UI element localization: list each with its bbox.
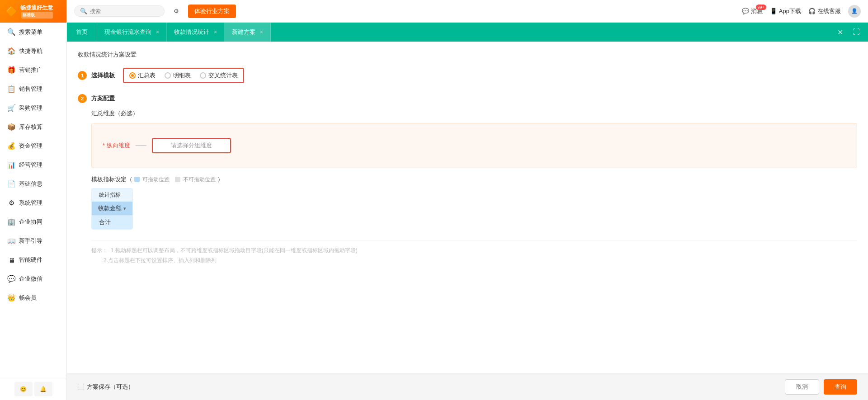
- hint-blue-dot: [134, 177, 140, 182]
- sidebar-item-purchase[interactable]: 🛒 采购管理: [0, 99, 66, 118]
- user-avatar[interactable]: 👤: [848, 5, 861, 18]
- notification-btn[interactable]: 💬 消息 99+: [742, 7, 763, 15]
- guide-icon: 📖: [7, 237, 15, 245]
- main-area: 🔍 ⚙ 体验行业方案 💬 消息 99+ 📱 App下载 🎧 在线客服 👤 首页: [67, 0, 868, 400]
- metrics-hints: 模板指标设定（ 可拖动位置 不可拖动位置 ）: [91, 175, 857, 184]
- tip2: 2.点击标题栏下拉可设置排序、插入列和删除列: [91, 256, 857, 266]
- save-plan-label: 方案保存（可选）: [87, 383, 134, 391]
- metrics-tag-dropdown-icon: ▾: [123, 206, 126, 212]
- home-icon: 🏠: [7, 47, 15, 55]
- step2-content: 汇总维度（必选） * 纵向维度 —— 请选择分组维度: [78, 109, 857, 265]
- tab-home-label: 首页: [76, 28, 88, 36]
- sidebar-item-management[interactable]: 📊 经营管理: [0, 155, 66, 174]
- radio-cross[interactable]: 交叉统计表: [200, 71, 238, 80]
- sidebar-item-finance[interactable]: 💰 资金管理: [0, 136, 66, 155]
- app-download-btn[interactable]: 📱 App下载: [770, 7, 801, 15]
- tab-newplan[interactable]: 新建方案 ×: [225, 23, 271, 42]
- step1-section: 1 选择模板 汇总表 明细表 交: [78, 68, 857, 83]
- online-service-btn[interactable]: 🎧 在线客服: [808, 7, 841, 15]
- sidebar-bottom-btn2[interactable]: 🔔: [34, 382, 52, 396]
- tab-receipt[interactable]: 收款情况统计 ×: [167, 23, 225, 42]
- sidebar-item-label: 采购管理: [19, 104, 42, 112]
- metrics-subtotal: 合计: [92, 216, 132, 229]
- hint-draggable-text: 可拖动位置: [142, 176, 170, 184]
- search-menu-icon: 🔍: [7, 28, 15, 36]
- footer: 方案保存（可选） 取消 查询: [67, 373, 868, 400]
- metrics-category-label: 统计指标: [99, 192, 121, 198]
- dimension-row: * 纵向维度 —— 请选择分组维度: [103, 138, 231, 153]
- sidebar-item-label: 库存核算: [19, 123, 42, 131]
- tabbar-actions: ✕ ⛶: [834, 26, 868, 38]
- sidebar-item-label: 基础信息: [19, 180, 42, 188]
- tab-newplan-label: 新建方案: [232, 28, 255, 36]
- radio-detail[interactable]: 明细表: [165, 71, 191, 80]
- dimension-select-btn[interactable]: 请选择分组维度: [152, 138, 231, 153]
- step1-number: 1: [78, 71, 87, 80]
- query-button[interactable]: 查询: [824, 379, 857, 395]
- industry-btn[interactable]: 体验行业方案: [188, 5, 236, 18]
- sidebar-item-member[interactable]: 👑 畅会员: [0, 288, 66, 307]
- sidebar-item-label: 快捷导航: [19, 47, 42, 55]
- sidebar-item-label: 智能硬件: [19, 256, 42, 264]
- logo-text: 畅捷通好生意: [20, 4, 53, 12]
- hint-draggable: 可拖动位置: [134, 176, 170, 184]
- radio-summary[interactable]: 汇总表: [129, 71, 156, 80]
- step1-title: 选择模板: [91, 71, 115, 80]
- sidebar-bottom-btn1[interactable]: 😊: [14, 382, 33, 396]
- radio-summary-dot: [129, 72, 136, 79]
- sidebar-item-basic[interactable]: 📄 基础信息: [0, 174, 66, 193]
- tab-close-btn[interactable]: ✕: [834, 26, 846, 38]
- sidebar-item-nav[interactable]: 🏠 快捷导航: [0, 42, 66, 61]
- content-area: 收款情况统计方案设置 1 选择模板 汇总表 明细表: [67, 42, 868, 373]
- purchase-icon: 🛒: [7, 104, 15, 112]
- sidebar-item-label: 经营管理: [19, 161, 42, 169]
- metrics-hint-close: ）: [217, 175, 223, 184]
- settings-icon[interactable]: ⚙: [170, 5, 183, 18]
- content-inner: 收款情况统计方案设置 1 选择模板 汇总表 明细表: [67, 42, 868, 373]
- sidebar-item-search[interactable]: 🔍 搜索菜单: [0, 23, 66, 42]
- step2-section: 2 方案配置 汇总维度（必选） * 纵向维度 —— 请选择分组维度: [78, 94, 857, 265]
- cancel-button[interactable]: 取消: [785, 379, 819, 395]
- sidebar-item-system[interactable]: ⚙ 系统管理: [0, 193, 66, 212]
- metrics-tag-amount[interactable]: 收款金额 ▾: [92, 202, 132, 216]
- footer-actions: 取消 查询: [785, 379, 857, 395]
- step2-header: 2 方案配置: [78, 94, 857, 103]
- edition-badge: 标准版: [21, 12, 53, 19]
- search-input[interactable]: [90, 8, 153, 14]
- tab-bank-close[interactable]: ×: [156, 29, 159, 35]
- sidebar-item-label: 畅会员: [19, 294, 37, 302]
- sidebar-item-hardware[interactable]: 🖥 智能硬件: [0, 250, 66, 269]
- tab-receipt-close[interactable]: ×: [214, 29, 217, 35]
- topbar-search-box[interactable]: 🔍: [74, 5, 165, 17]
- page-title: 收款情况统计方案设置: [78, 51, 857, 59]
- save-plan-checkbox[interactable]: [78, 384, 84, 390]
- sidebar-item-sales[interactable]: 📋 销售管理: [0, 80, 66, 99]
- dimension-row-label: * 纵向维度: [103, 141, 130, 150]
- member-icon: 👑: [7, 294, 15, 302]
- metrics-table: 统计指标 收款金额 ▾ 合计: [91, 188, 133, 230]
- sidebar-item-corp[interactable]: 🏢 企业协同: [0, 212, 66, 231]
- step1-header: 1 选择模板 汇总表 明细表 交: [78, 68, 857, 83]
- sidebar-item-marketing[interactable]: 🎁 营销推广: [0, 61, 66, 80]
- download-icon: 📱: [770, 8, 777, 14]
- sidebar-item-wechat[interactable]: 💬 企业微信: [0, 269, 66, 288]
- save-plan-area[interactable]: 方案保存（可选）: [78, 383, 134, 391]
- tab-home[interactable]: 首页: [67, 23, 97, 42]
- topbar-right: 💬 消息 99+ 📱 App下载 🎧 在线客服 👤: [742, 5, 861, 18]
- service-icon: 🎧: [808, 8, 816, 14]
- tab-bank-label: 现金银行流水查询: [104, 28, 151, 36]
- metrics-section: 模板指标设定（ 可拖动位置 不可拖动位置 ）: [91, 175, 857, 231]
- tab-bank[interactable]: 现金银行流水查询 ×: [97, 23, 167, 42]
- template-radio-group: 汇总表 明细表 交叉统计表: [123, 68, 244, 83]
- sidebar-menu: 🔍 搜索菜单 🏠 快捷导航 🎁 营销推广 📋 销售管理 🛒 采购管理 📦 库存核…: [0, 23, 66, 378]
- tab-expand-btn[interactable]: ⛶: [850, 26, 863, 38]
- sidebar-item-guide[interactable]: 📖 新手引导: [0, 231, 66, 250]
- sidebar-item-label: 资金管理: [19, 142, 42, 150]
- online-service-label: 在线客服: [817, 7, 841, 15]
- notification-icon: 💬: [742, 8, 749, 14]
- radio-cross-dot: [200, 72, 206, 79]
- sidebar-item-inventory[interactable]: 📦 库存核算: [0, 118, 66, 136]
- metrics-category-header: 统计指标: [92, 188, 132, 202]
- tab-newplan-close[interactable]: ×: [260, 29, 263, 35]
- step2-title: 方案配置: [91, 94, 115, 103]
